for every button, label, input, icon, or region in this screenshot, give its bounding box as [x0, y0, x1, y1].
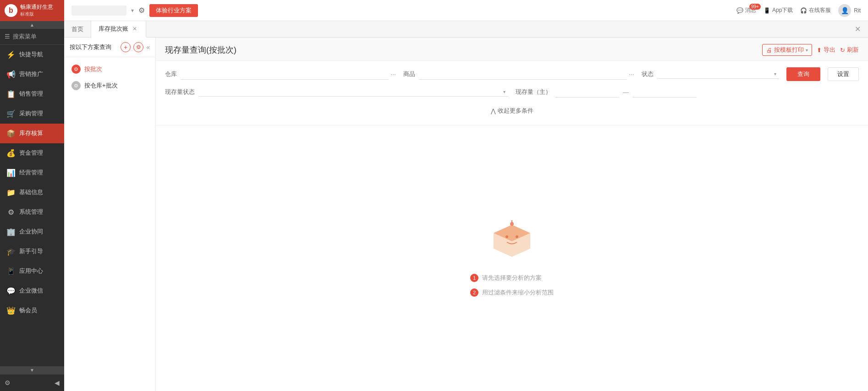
- nav-search-input[interactable]: [71, 5, 126, 16]
- wechat-icon: 💬: [6, 287, 16, 295]
- sidebar-item-system[interactable]: ⚙ 系统管理: [0, 202, 64, 222]
- page-title-bar: 现存量查询(按批次) 🖨 按模板打印 ▾ ⬆ 导出 ↻ 刷新: [156, 38, 868, 61]
- status-field: 状态 ▾: [642, 70, 779, 79]
- query-button[interactable]: 查询: [786, 67, 820, 81]
- inv-status-dropdown-icon: ▾: [503, 89, 505, 94]
- sidebar-item-guide[interactable]: 🎓 新手引导: [0, 242, 64, 261]
- inventory-status-field: 现存量状态 ▾: [165, 87, 508, 97]
- guide-icon: 🎓: [6, 247, 16, 256]
- status-dropdown-icon: ▾: [774, 71, 776, 76]
- inventory-status-select[interactable]: ▾: [198, 87, 508, 97]
- topbar: ▾ ⚙ 体验行业方案 💬 消息 99+ 📱 App下载 🎧 在线客服 👤: [64, 0, 868, 21]
- nav-dropdown-icon[interactable]: ▾: [131, 7, 134, 14]
- panel-collapse-button[interactable]: «: [146, 43, 150, 51]
- sidebar-nav: ⚡ 快捷导航 📢 营销推广 📋 销售管理 🛒 采购管理 📦 库存核算 💰 资金管…: [0, 45, 64, 366]
- right-panel: 现存量查询(按批次) 🖨 按模板打印 ▾ ⬆ 导出 ↻ 刷新: [156, 38, 868, 391]
- enterprise-icon: 🏢: [6, 228, 16, 236]
- sidebar-scroll-up[interactable]: ▲: [0, 21, 64, 29]
- operations-icon: 📊: [6, 168, 16, 177]
- sidebar-settings-button[interactable]: ⚙: [5, 379, 11, 386]
- collapse-more-button[interactable]: ⋀ 收起更多条件: [165, 103, 859, 119]
- main-qty-from-input[interactable]: [555, 87, 619, 98]
- sidebar-item-sales[interactable]: 📋 销售管理: [0, 84, 64, 104]
- refresh-button[interactable]: ↻ 刷新: [840, 46, 859, 54]
- empty-steps: 1 请先选择要分析的方案 2 用过滤条件来缩小分析范围: [470, 272, 554, 301]
- finance-icon: 💰: [6, 149, 16, 157]
- printer-icon: 🖨: [766, 47, 772, 54]
- online-service-button[interactable]: 🎧 在线客服: [800, 6, 831, 14]
- plan-icon-batch: ⚙: [71, 65, 81, 74]
- message-badge: 99+: [749, 4, 761, 10]
- experience-button[interactable]: 体验行业方案: [149, 4, 198, 17]
- sidebar-header: b 畅康通好生意 标准版: [0, 0, 64, 21]
- marketing-icon: 📢: [6, 70, 16, 79]
- message-icon: 💬: [736, 7, 743, 14]
- purchase-icon: 🛒: [6, 109, 16, 118]
- filter-row-1: 仓库 ··· 商品 ··· 状态 ▾: [165, 67, 859, 81]
- sidebar-item-wechat[interactable]: 💬 企业微信: [0, 281, 64, 301]
- empty-step-2: 2 用过滤条件来缩小分析范围: [470, 287, 554, 299]
- sidebar-item-inventory[interactable]: 📦 库存核算: [0, 124, 64, 143]
- plan-gear-button[interactable]: ⚙: [133, 42, 143, 52]
- status-select[interactable]: ▾: [657, 70, 779, 79]
- empty-icon: [487, 216, 537, 263]
- settings-button[interactable]: 设置: [828, 67, 859, 81]
- sidebar-item-finance[interactable]: 💰 资金管理: [0, 143, 64, 163]
- export-button[interactable]: ⬆ 导出: [817, 46, 835, 54]
- sidebar-search[interactable]: ☰ 搜索菜单: [0, 29, 64, 45]
- add-plan-button[interactable]: +: [121, 42, 131, 52]
- chevron-up-icon: ⋀: [491, 108, 496, 114]
- topbar-left: ▾ ⚙ 体验行业方案: [71, 4, 198, 17]
- system-icon: ⚙: [6, 208, 16, 217]
- sidebar-brand: 畅康通好生意 标准版: [20, 4, 53, 17]
- headset-icon: 🎧: [800, 7, 807, 14]
- page-actions: 🖨 按模板打印 ▾ ⬆ 导出 ↻ 刷新: [762, 44, 859, 56]
- sidebar-item-purchase[interactable]: 🛒 采购管理: [0, 104, 64, 124]
- nav-gear-icon[interactable]: ⚙: [138, 6, 145, 15]
- tab-close-button[interactable]: ✕: [131, 25, 138, 33]
- main-qty-to-input[interactable]: [632, 87, 697, 98]
- print-button[interactable]: 🖨 按模板打印 ▾: [762, 44, 812, 56]
- warehouse-more-button[interactable]: ···: [390, 71, 396, 78]
- sidebar-item-operations[interactable]: 📊 经营管理: [0, 163, 64, 183]
- sidebar-item-basic[interactable]: 📁 基础信息: [0, 183, 64, 202]
- sidebar-collapse-button[interactable]: ◀: [55, 379, 60, 386]
- plan-icon-warehouse-batch: ⚙: [71, 81, 81, 90]
- svg-point-3: [516, 235, 518, 238]
- goods-more-button[interactable]: ···: [629, 71, 634, 78]
- sidebar-footer: ⚙ ◀: [0, 374, 64, 391]
- tab-home[interactable]: 首页: [64, 21, 91, 38]
- sidebar-item-member[interactable]: 👑 畅会员: [0, 301, 64, 320]
- sidebar-item-enterprise[interactable]: 🏢 企业协同: [0, 222, 64, 242]
- warehouse-input[interactable]: [181, 69, 389, 80]
- sidebar-item-apps[interactable]: 📱 应用中心: [0, 261, 64, 281]
- sidebar-logo: b: [5, 4, 17, 17]
- member-icon: 👑: [6, 306, 16, 315]
- plan-list: ⚙ 按批次 ⚙ 按仓库+批次: [64, 57, 155, 98]
- goods-input[interactable]: [419, 69, 627, 80]
- sidebar: b 畅康通好生意 标准版 ▲ ☰ 搜索菜单 ⚡ 快捷导航 📢 营销推广 📋 销售…: [0, 0, 64, 391]
- message-button[interactable]: 💬 消息 99+: [736, 6, 756, 14]
- print-dropdown-icon[interactable]: ▾: [806, 48, 808, 53]
- app-download-button[interactable]: 📱 App下载: [764, 6, 793, 14]
- user-menu[interactable]: 👤 Rit: [838, 4, 861, 17]
- sidebar-item-marketing[interactable]: 📢 营销推广: [0, 65, 64, 84]
- tab-bar-close-icon[interactable]: ✕: [855, 25, 861, 33]
- user-avatar: 👤: [838, 4, 851, 17]
- main-qty-field: 现存量（主） —: [516, 87, 859, 98]
- refresh-icon: ↻: [840, 47, 845, 54]
- close-icon[interactable]: ✕: [131, 25, 138, 33]
- main-area: ▾ ⚙ 体验行业方案 💬 消息 99+ 📱 App下载 🎧 在线客服 👤: [64, 0, 868, 391]
- warehouse-field: 仓库 ···: [165, 69, 396, 80]
- sidebar-scroll-down[interactable]: ▼: [0, 366, 64, 374]
- user-name: Rit: [854, 7, 861, 14]
- plan-item-batch[interactable]: ⚙ 按批次: [64, 61, 155, 77]
- sidebar-item-quick-nav[interactable]: ⚡ 快捷导航: [0, 45, 64, 65]
- apps-icon: 📱: [6, 267, 16, 276]
- goods-field: 商品 ···: [403, 69, 634, 80]
- topbar-right: 💬 消息 99+ 📱 App下载 🎧 在线客服 👤 Rit: [736, 4, 861, 17]
- plan-item-warehouse-batch[interactable]: ⚙ 按仓库+批次: [64, 77, 155, 94]
- empty-illustration: [487, 216, 537, 261]
- tab-inventory-batch[interactable]: 库存批次账 ✕: [91, 21, 146, 38]
- left-panel: 按以下方案查询 + ⚙ « ⚙ 按批次 ⚙ 按仓库+批次: [64, 38, 156, 391]
